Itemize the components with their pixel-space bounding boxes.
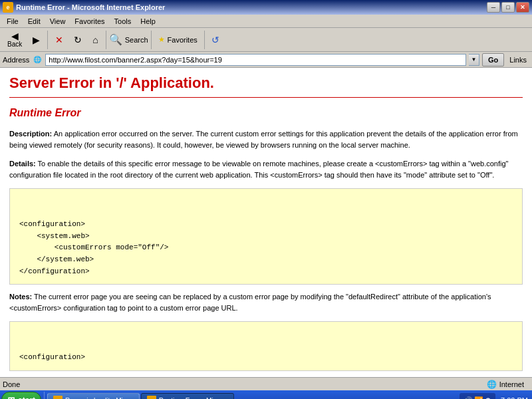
server-error-title: Server Error in '/' Application. [9, 74, 523, 98]
stop-icon: ✕ [55, 35, 63, 45]
window-title: Runtime Error - Microsoft Internet Explo… [16, 3, 165, 11]
forward-icon: ▶ [33, 35, 40, 45]
clock: 7:02 PM [498, 396, 528, 399]
menu-tools[interactable]: Tools [110, 16, 136, 27]
stop-button[interactable]: ✕ [51, 33, 68, 47]
back-button[interactable]: ◀ Back [3, 29, 27, 50]
code-block-2: <configuration> [9, 321, 523, 371]
address-bar: Address 🌐 ▼ Go Links [0, 52, 532, 68]
back-icon: ◀ [11, 31, 19, 41]
status-bar: Done 🌐 Internet [0, 377, 532, 390]
start-label: start [18, 396, 35, 399]
separator-4 [204, 31, 205, 49]
menu-favorites[interactable]: Favorites [70, 16, 108, 27]
systray-icon-2: 📶 [474, 396, 483, 400]
media-icon: ↺ [211, 35, 219, 45]
search-icon: 🔍 [109, 33, 122, 46]
systray: 🔊 📶 ⚙ [460, 393, 495, 399]
taskbar-item-1-label: Runtime Error - Micro... [159, 397, 228, 400]
favorites-button[interactable]: ★ Favorites [154, 34, 201, 45]
menu-edit[interactable]: Edit [24, 16, 45, 27]
description-label: Description: [9, 130, 52, 138]
minimize-button[interactable]: ─ [487, 2, 500, 13]
search-box[interactable]: 🔍 Search [109, 33, 148, 46]
address-input[interactable] [45, 54, 466, 66]
zone-text: Internet [499, 380, 524, 388]
systray-icon-1: 🔊 [464, 396, 473, 400]
maximize-button[interactable]: □ [501, 2, 515, 13]
notes-block: Notes: The current error page you are se… [9, 291, 523, 313]
window-icon: e [3, 2, 13, 13]
search-label: Search [125, 36, 148, 44]
home-icon: ⌂ [92, 35, 98, 45]
notes-text: The current error page you are seeing ca… [9, 293, 491, 312]
description-text: An application error occurred on the ser… [9, 130, 518, 149]
description-block: Description: An application error occurr… [9, 128, 523, 150]
notes-label: Notes: [9, 293, 32, 301]
address-label: Address [3, 56, 29, 64]
refresh-icon: ↻ [74, 35, 82, 45]
separator-3 [151, 31, 152, 49]
refresh-button[interactable]: ↻ [69, 33, 86, 47]
menu-bar: File Edit View Favorites Tools Help [0, 15, 532, 28]
status-zone: 🌐 Internet [487, 380, 529, 389]
start-button[interactable]: ⊞ start [1, 392, 41, 399]
runtime-error-heading: Runtime Error [9, 107, 523, 119]
links-button[interactable]: Links [507, 56, 529, 64]
toolbar: ◀ Back ▶ ✕ ↻ ⌂ 🔍 Search ★ Favorites ↺ [0, 28, 532, 52]
menu-help[interactable]: Help [136, 16, 160, 27]
address-dropdown[interactable]: ▼ [469, 54, 479, 66]
back-label: Back [7, 41, 22, 48]
favorites-label: Favorites [168, 36, 198, 44]
zone-icon: 🌐 [487, 380, 497, 389]
menu-view[interactable]: View [46, 16, 70, 27]
page-icon: 🌐 [32, 55, 43, 65]
content-area: Server Error in '/' Application. Runtime… [0, 68, 532, 377]
taskbar-divider [44, 392, 45, 399]
taskbar-item-0[interactable]: e Romania Inedit - Micr... [47, 393, 140, 399]
details-block: Details: To enable the details of this s… [9, 158, 523, 180]
window-controls: ─ □ ✕ [487, 2, 529, 13]
taskbar-item-1[interactable]: e Runtime Error - Micro... [141, 393, 234, 399]
home-button[interactable]: ⌂ [88, 33, 102, 47]
title-bar: e Runtime Error - Microsoft Internet Exp… [0, 0, 532, 15]
star-icon: ★ [158, 35, 165, 44]
close-button[interactable]: ✕ [516, 2, 529, 13]
forward-button[interactable]: ▶ [28, 33, 45, 47]
details-text: To enable the details of this specific e… [9, 160, 509, 179]
separator-1 [47, 31, 48, 49]
menu-file[interactable]: File [3, 16, 23, 27]
code-block-1: <configuration> <system.web> <customErro… [9, 188, 523, 285]
details-label: Details: [9, 160, 36, 168]
go-button[interactable]: Go [482, 53, 504, 66]
separator-2 [106, 31, 106, 49]
taskbar-item-0-icon: e [53, 396, 63, 399]
taskbar-right: 🔊 📶 ⚙ 7:02 PM [460, 393, 531, 399]
media-refresh-button[interactable]: ↺ [207, 32, 223, 48]
taskbar: ⊞ start e Romania Inedit - Micr... e Run… [0, 390, 532, 399]
taskbar-item-1-icon: e [147, 396, 156, 399]
status-text: Done [3, 380, 487, 388]
systray-icon-3: ⚙ [485, 396, 491, 400]
taskbar-item-0-label: Romania Inedit - Micr... [65, 397, 134, 400]
windows-logo: ⊞ [7, 395, 15, 399]
